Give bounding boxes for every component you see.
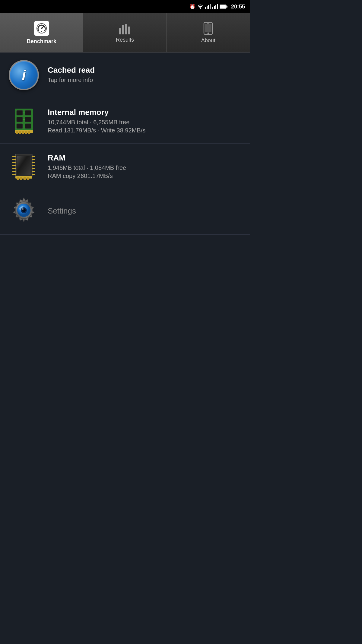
svg-rect-52	[32, 165, 35, 166]
svg-rect-18	[122, 25, 124, 34]
svg-rect-37	[25, 124, 31, 128]
settings-item[interactable]: Settings	[0, 189, 250, 235]
svg-rect-2	[205, 7, 206, 9]
svg-rect-9	[217, 4, 218, 9]
status-icons: ⏰ 20:55	[189, 4, 245, 10]
svg-rect-17	[119, 28, 121, 34]
svg-point-15	[41, 27, 42, 29]
svg-rect-34	[17, 117, 23, 122]
ram-detail: RAM copy 2601.17MB/s	[48, 173, 243, 179]
signal1-icon	[205, 4, 211, 9]
svg-rect-58	[17, 177, 19, 180]
ram-text: RAM 1,946MB total · 1,084MB free RAM cop…	[48, 153, 243, 179]
svg-rect-22	[205, 24, 211, 32]
svg-rect-55	[32, 174, 35, 175]
svg-rect-60	[24, 177, 26, 180]
svg-rect-24	[207, 23, 209, 24]
svg-text:●: ●	[41, 30, 42, 32]
svg-rect-35	[25, 117, 31, 122]
internal-memory-subtitle: 10,744MB total · 6,255MB free	[48, 119, 243, 126]
settings-text: Settings	[48, 206, 243, 217]
settings-icon-container	[7, 195, 40, 228]
speedometer-icon: ●	[36, 23, 47, 34]
settings-title: Settings	[48, 206, 243, 216]
svg-rect-56	[17, 156, 30, 175]
tab-about[interactable]: About	[167, 13, 250, 52]
ram-subtitle: 1,946MB total · 1,084MB free	[48, 164, 243, 171]
internal-memory-detail: Read 131.79MB/s · Write 38.92MB/s	[48, 127, 243, 134]
svg-rect-44	[12, 162, 16, 163]
phone-icon	[202, 22, 214, 35]
svg-rect-51	[32, 162, 35, 163]
tab-bar: ● Benchmark Results About	[0, 13, 250, 52]
content-area: i Cached read Tap for more info	[0, 52, 250, 235]
svg-rect-54	[32, 171, 35, 172]
svg-rect-11	[220, 5, 226, 8]
cached-read-item[interactable]: i Cached read Tap for more info	[0, 52, 250, 98]
svg-point-1	[200, 8, 201, 9]
ram-icon-container	[7, 150, 40, 183]
svg-rect-30	[25, 131, 27, 134]
cached-read-title: Cached read	[48, 65, 243, 75]
svg-rect-53	[32, 168, 35, 169]
svg-rect-42	[12, 156, 16, 157]
svg-rect-32	[17, 110, 23, 115]
benchmark-tab-icon-container: ●	[34, 21, 49, 36]
svg-rect-50	[32, 159, 35, 160]
svg-rect-12	[227, 6, 227, 8]
cached-read-icon-container: i	[7, 59, 40, 92]
svg-rect-28	[19, 131, 21, 134]
svg-rect-36	[17, 124, 23, 128]
settings-icon	[7, 195, 40, 228]
wifi-icon	[197, 4, 203, 9]
svg-point-23	[208, 32, 209, 34]
svg-marker-0	[199, 6, 202, 8]
svg-rect-49	[32, 156, 35, 157]
svg-rect-27	[16, 131, 18, 134]
tab-benchmark-label: Benchmark	[27, 38, 56, 45]
ram-item[interactable]: RAM 1,946MB total · 1,084MB free RAM cop…	[0, 144, 250, 189]
cached-read-text: Cached read Tap for more info	[48, 65, 243, 85]
ram-icon	[9, 151, 39, 181]
svg-rect-31	[28, 131, 30, 134]
tab-about-label: About	[201, 37, 215, 44]
tab-results[interactable]: Results	[83, 13, 167, 52]
ram-title: RAM	[48, 153, 243, 163]
bar-chart-icon	[118, 22, 132, 34]
svg-rect-29	[22, 131, 24, 134]
svg-rect-5	[210, 4, 211, 9]
svg-rect-43	[12, 159, 16, 160]
svg-rect-19	[125, 24, 127, 34]
alarm-icon: ⏰	[189, 4, 195, 10]
svg-rect-47	[12, 171, 16, 172]
internal-memory-icon-container	[7, 104, 40, 137]
tab-benchmark[interactable]: ● Benchmark	[0, 13, 83, 52]
svg-rect-46	[12, 168, 16, 169]
cached-read-subtitle: Tap for more info	[48, 77, 243, 84]
svg-rect-6	[212, 7, 213, 9]
signal2-icon	[212, 4, 218, 9]
svg-rect-4	[208, 5, 209, 9]
internal-memory-text: Internal memory 10,744MB total · 6,255MB…	[48, 108, 243, 134]
status-time: 20:55	[231, 4, 245, 10]
status-bar: ⏰ 20:55	[0, 0, 250, 13]
memory-icon	[9, 106, 39, 136]
internal-memory-item[interactable]: Internal memory 10,744MB total · 6,255MB…	[0, 98, 250, 144]
battery-icon	[220, 5, 227, 9]
svg-rect-8	[215, 5, 216, 9]
info-icon: i	[9, 60, 39, 90]
svg-rect-61	[27, 177, 29, 180]
internal-memory-title: Internal memory	[48, 108, 243, 117]
svg-rect-7	[214, 6, 215, 9]
svg-rect-59	[20, 177, 22, 180]
info-icon-text: i	[22, 67, 26, 84]
svg-rect-3	[207, 6, 208, 9]
svg-rect-20	[128, 27, 130, 34]
svg-point-67	[22, 208, 24, 210]
svg-rect-33	[25, 110, 31, 115]
tab-results-label: Results	[116, 37, 134, 43]
svg-rect-48	[12, 174, 16, 175]
svg-rect-45	[12, 165, 16, 166]
